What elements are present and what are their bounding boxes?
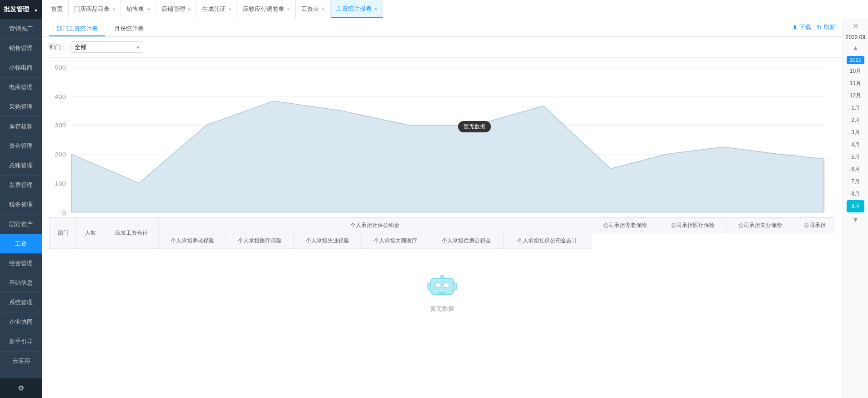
sub-tab-部门工资统计表[interactable]: 部门工资统计表 bbox=[49, 22, 105, 36]
timeline-month-5月[interactable]: 5月 bbox=[847, 151, 864, 163]
tab-label: 应收应付调整单 bbox=[243, 5, 284, 13]
download-button[interactable]: ⬇ 下载 bbox=[792, 23, 811, 31]
col-company-unemp: 公司承担失业保险 bbox=[727, 218, 794, 233]
sidebar-item-基础信息[interactable]: 基础信息 bbox=[0, 273, 42, 293]
col-personal-major-medical: 个人承担大额医疗 bbox=[361, 233, 429, 249]
timeline-current-display: 2022.09 bbox=[845, 32, 866, 42]
col-dept: 部门 bbox=[50, 218, 77, 249]
timeline-month-4月[interactable]: 4月 bbox=[847, 139, 864, 151]
col-company-other: 公司承担 bbox=[794, 218, 835, 233]
sidebar-item-采购管理[interactable]: 采购管理 bbox=[0, 97, 42, 117]
refresh-button[interactable]: ↻ 刷新 bbox=[817, 23, 835, 31]
sidebar-item-营销推广[interactable]: 营销推广 bbox=[0, 19, 42, 39]
timeline-month-12月[interactable]: 12月 bbox=[847, 90, 864, 102]
empty-state: 暂无数据 bbox=[49, 249, 835, 331]
tab-工资统计报表[interactable]: 工资统计报表× bbox=[331, 0, 383, 18]
tab-生成凭证[interactable]: 生成凭证× bbox=[197, 0, 237, 18]
tab-label: 门店商品目录 bbox=[74, 5, 110, 13]
timeline-month-11月[interactable]: 11月 bbox=[847, 77, 864, 90]
timeline-down-arrow[interactable]: ▼ bbox=[851, 214, 861, 225]
sidebar-item-小畅电商[interactable]: 小畅电商 bbox=[0, 58, 42, 78]
empty-icon bbox=[424, 267, 460, 303]
timeline-month-2月[interactable]: 2月 bbox=[847, 114, 864, 126]
svg-rect-12 bbox=[431, 278, 454, 294]
timeline-up-arrow[interactable]: ▲ bbox=[851, 42, 861, 53]
chart-area: 0 100 200 300 400 500 bbox=[42, 58, 843, 398]
sidebar-item-工资[interactable]: 工资 bbox=[0, 234, 42, 254]
tab-close-icon[interactable]: × bbox=[112, 6, 115, 12]
svg-text:500: 500 bbox=[55, 64, 66, 71]
sidebar-header[interactable]: 批发管理 ▲ bbox=[0, 0, 42, 19]
svg-text:100: 100 bbox=[55, 180, 66, 187]
sidebar: 批发管理 ▲ 营销推广销售管理小畅电商电商管理采购管理库存核算资金管理总账管理发… bbox=[0, 0, 42, 398]
tab-close-icon[interactable]: × bbox=[374, 6, 377, 11]
tab-销售单[interactable]: 销售单× bbox=[121, 0, 156, 18]
filter-label: 部门： bbox=[49, 43, 67, 51]
svg-rect-14 bbox=[444, 283, 449, 287]
sidebar-item-固定资产[interactable]: 固定资产 bbox=[0, 215, 42, 234]
department-select[interactable]: 全部销售部财务部人事部 bbox=[71, 41, 143, 53]
col-count: 人数 bbox=[77, 218, 104, 249]
sidebar-item-销售管理[interactable]: 销售管理 bbox=[0, 39, 42, 58]
sub-tabs: 部门工资统计表月份统计表 bbox=[49, 22, 151, 36]
sidebar-item-库存核算[interactable]: 库存核算 bbox=[0, 117, 42, 136]
tab-label: 销售单 bbox=[126, 5, 144, 13]
col-total: 应发工资合计 bbox=[104, 218, 158, 249]
timeline-year-badge: 2022 bbox=[847, 56, 864, 64]
tab-close-icon[interactable]: × bbox=[147, 6, 150, 12]
sidebar-settings-button[interactable]: ⚙ bbox=[0, 378, 42, 398]
col-personal-total: 个人承担社保公积金合计 bbox=[504, 233, 591, 249]
tab-label: 生成凭证 bbox=[202, 5, 226, 13]
sidebar-item-资金管理[interactable]: 资金管理 bbox=[0, 136, 42, 156]
tab-应收应付调整单[interactable]: 应收应付调整单× bbox=[237, 0, 296, 18]
sidebar-header-label: 批发管理 bbox=[4, 5, 29, 14]
content-area: 部门工资统计表月份统计表 ⬇ 下载 ↻ 刷新 部门： 全部销售部财务部人事部 bbox=[42, 18, 868, 398]
tab-工资表[interactable]: 工资表× bbox=[296, 0, 330, 18]
sidebar-item-发票管理[interactable]: 发票管理 bbox=[0, 176, 42, 195]
svg-text:0: 0 bbox=[62, 209, 66, 216]
tab-close-icon[interactable]: × bbox=[228, 6, 231, 12]
col-personal-medical: 个人承担医疗保险 bbox=[226, 233, 294, 249]
col-group-personal: 个人承担社保公积金 bbox=[158, 218, 591, 233]
page: 部门工资统计表月份统计表 ⬇ 下载 ↻ 刷新 部门： 全部销售部财务部人事部 bbox=[42, 18, 843, 398]
timeline-month-3月[interactable]: 3月 bbox=[847, 126, 864, 139]
tab-close-icon[interactable]: × bbox=[287, 6, 290, 12]
sidebar-item-新手引导[interactable]: 新手引导 bbox=[0, 332, 42, 352]
sub-tab-月份统计表[interactable]: 月份统计表 bbox=[107, 22, 151, 36]
sidebar-item-总账管理[interactable]: 总账管理 bbox=[0, 156, 42, 176]
svg-text:400: 400 bbox=[55, 93, 66, 100]
timeline-months: 202210月11月12月1月2月3月4月5月6月7月8月9月 bbox=[847, 55, 864, 212]
sidebar-item-电商管理[interactable]: 电商管理 bbox=[0, 78, 42, 97]
tab-label: 工资统计报表 bbox=[336, 5, 372, 13]
area-chart: 0 100 200 300 400 500 bbox=[49, 62, 835, 217]
timeline-month-8月[interactable]: 8月 bbox=[847, 188, 864, 200]
sidebar-item-云应用[interactable]: 云应用 bbox=[0, 352, 42, 371]
tab-门店商品目录[interactable]: 门店商品目录× bbox=[69, 0, 121, 18]
timeline-month-1月[interactable]: 1月 bbox=[847, 102, 864, 114]
empty-text: 暂无数据 bbox=[67, 305, 817, 313]
col-company-medical: 公司承担医疗保险 bbox=[659, 218, 727, 233]
svg-rect-13 bbox=[435, 283, 441, 287]
sidebar-items: 营销推广销售管理小畅电商电商管理采购管理库存核算资金管理总账管理发票管理税务管理… bbox=[0, 19, 42, 378]
sidebar-item-税务管理[interactable]: 税务管理 bbox=[0, 195, 42, 215]
tab-店铺管理[interactable]: 店铺管理× bbox=[156, 0, 197, 18]
sidebar-item-经营管理[interactable]: 经营管理 bbox=[0, 254, 42, 273]
timeline-month-6月[interactable]: 6月 bbox=[847, 163, 864, 176]
timeline-panel: ✕ 2022.09 ▲ 202210月11月12月1月2月3月4月5月6月7月8… bbox=[843, 18, 868, 398]
tab-close-icon[interactable]: × bbox=[188, 6, 191, 12]
timeline-month-10月[interactable]: 10月 bbox=[847, 65, 864, 77]
timeline-month-7月[interactable]: 7月 bbox=[847, 176, 864, 188]
tab-首页[interactable]: 首页 bbox=[45, 0, 69, 18]
chart-container: 0 100 200 300 400 500 bbox=[49, 62, 835, 217]
timeline-close-button[interactable]: ✕ bbox=[851, 20, 860, 32]
timeline-month-9月[interactable]: 9月 bbox=[847, 200, 864, 212]
sidebar-item-系统管理[interactable]: 系统管理 bbox=[0, 293, 42, 312]
data-table: 部门 人数 应发工资合计 个人承担社保公积金 公司承担养老保险 公司承担医疗保险… bbox=[49, 217, 835, 249]
main-area: 首页门店商品目录×销售单×店铺管理×生成凭证×应收应付调整单×工资表×工资统计报… bbox=[42, 0, 868, 398]
refresh-icon: ↻ bbox=[817, 24, 822, 31]
tab-close-icon[interactable]: × bbox=[322, 6, 324, 12]
sidebar-item-企业协同[interactable]: 企业协同 bbox=[0, 312, 42, 332]
col-company-pension: 公司承担养老保险 bbox=[591, 218, 659, 233]
col-personal-unemp: 个人承担失业保险 bbox=[294, 233, 362, 249]
department-select-wrapper[interactable]: 全部销售部财务部人事部 bbox=[71, 41, 143, 53]
